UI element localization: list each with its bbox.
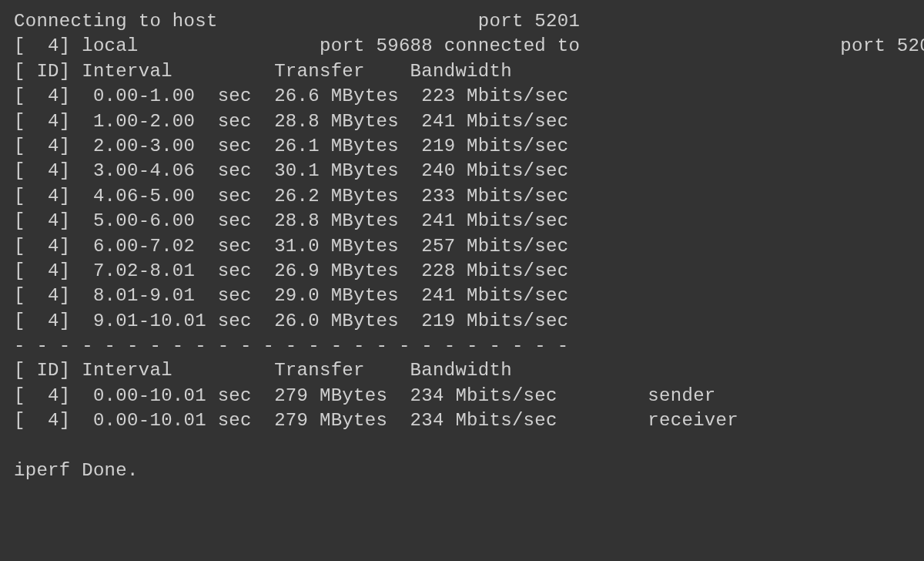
summary-row: [ 4] 0.00-10.01 sec 279 MBytes 234 Mbits… bbox=[14, 408, 910, 433]
remote-port-label: port bbox=[840, 35, 886, 56]
local-line: [ 4] local port 59688 connected to port … bbox=[14, 34, 910, 59]
interval-row: [ 4] 5.00-6.00 sec 28.8 MBytes 241 Mbits… bbox=[14, 209, 910, 233]
separator-line: - - - - - - - - - - - - - - - - - - - - … bbox=[14, 334, 910, 358]
local-port-label: port bbox=[320, 35, 365, 56]
interval-row: [ 4] 1.00-2.00 sec 28.8 MBytes 241 Mbits… bbox=[14, 109, 910, 134]
blank-line bbox=[14, 434, 910, 459]
interval-row: [ 4] 4.06-5.00 sec 26.2 MBytes 233 Mbits… bbox=[14, 184, 910, 209]
connecting-line: Connecting to host port 5201 bbox=[14, 9, 910, 34]
local-prefix: [ 4] local bbox=[14, 35, 139, 56]
terminal-output: Connecting to host port 5201 [ 4] local … bbox=[14, 9, 910, 483]
interval-row: [ 4] 6.00-7.02 sec 31.0 MBytes 257 Mbits… bbox=[14, 234, 910, 259]
columns-header: [ ID] Interval Transfer Bandwidth bbox=[14, 59, 910, 84]
interval-row: [ 4] 8.01-9.01 sec 29.0 MBytes 241 Mbits… bbox=[14, 284, 910, 308]
interval-row: [ 4] 9.01-10.01 sec 26.0 MBytes 219 Mbit… bbox=[14, 309, 910, 334]
interval-rows: [ 4] 0.00-1.00 sec 26.6 MBytes 223 Mbits… bbox=[14, 84, 910, 334]
interval-row: [ 4] 0.00-1.00 sec 26.6 MBytes 223 Mbits… bbox=[14, 84, 910, 109]
connecting-prefix: Connecting to host bbox=[14, 11, 218, 32]
local-port: 59688 bbox=[377, 35, 434, 56]
summary-rows: [ 4] 0.00-10.01 sec 279 MBytes 234 Mbits… bbox=[14, 384, 910, 434]
connected-to: connected to bbox=[444, 35, 580, 56]
remote-port: 5201 bbox=[897, 35, 924, 56]
interval-row: [ 4] 7.02-8.01 sec 26.9 MBytes 228 Mbits… bbox=[14, 259, 910, 284]
summary-row: [ 4] 0.00-10.01 sec 279 MBytes 234 Mbits… bbox=[14, 384, 910, 408]
interval-row: [ 4] 2.00-3.00 sec 26.1 MBytes 219 Mbits… bbox=[14, 134, 910, 159]
connecting-port-label: port bbox=[478, 11, 524, 32]
interval-row: [ 4] 3.00-4.06 sec 30.1 MBytes 240 Mbits… bbox=[14, 159, 910, 183]
done-line: iperf Done. bbox=[14, 459, 910, 483]
connecting-port: 5201 bbox=[534, 11, 580, 32]
summary-header: [ ID] Interval Transfer Bandwidth bbox=[14, 358, 910, 383]
